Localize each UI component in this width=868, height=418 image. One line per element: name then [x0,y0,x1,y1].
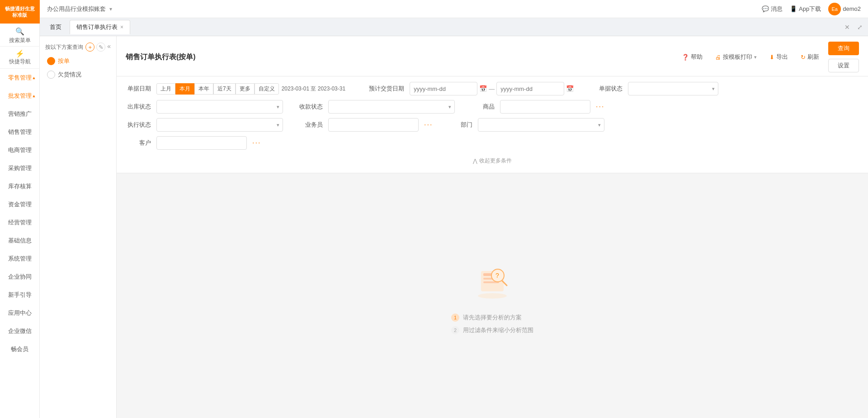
export-btn[interactable]: ⬇ 导出 [766,51,792,63]
exec-status-select[interactable] [156,118,283,132]
refresh-btn[interactable]: ↻ 刷新 [797,51,823,63]
main-content: 销售订单执行表(按单) ❓ 帮助 🖨 按模板打印 ▾ ⬇ 导出 [117,36,868,418]
settings-button[interactable]: 设置 [828,59,859,72]
date-tab-this-year[interactable]: 本年 [194,83,213,95]
sidebar-item-inventory[interactable]: 库存核算 [0,177,40,195]
calendar-icon-start[interactable]: 📅 [479,85,487,92]
bill-status-label: 单据状态 [597,85,623,93]
logo-text: 畅捷通好生意 [5,5,35,12]
left-panel-title: 按以下方案查询 [45,43,83,51]
sidebar-item-label-newguide: 新手引导 [8,291,32,299]
sidebar-item-enterprise[interactable]: 企业协同 [0,268,40,286]
topbar-arrow-icon[interactable]: ▾ [109,6,112,12]
customer-input[interactable] [156,136,247,150]
sidebar-search[interactable]: 🔍 搜索菜单 [0,24,40,47]
date-tab-this-month[interactable]: 本月 [175,83,194,95]
collapse-icon: ⋀ [473,158,477,164]
product-dots[interactable]: ··· [596,103,604,111]
sidebar-item-wholesale[interactable]: 批发管理 [0,87,40,105]
exec-status-wrap: ▾ [156,118,283,132]
app-download-btn[interactable]: 📱 App下载 [790,5,821,13]
print-icon: 🖨 [715,54,721,61]
salesperson-input[interactable] [328,118,419,132]
tip-text-1: 请先选择要分析的方案 [463,314,522,322]
collapse-btn[interactable]: ⋀ 收起更多条件 [126,154,859,167]
sidebar-item-label-purchase: 采购管理 [8,164,32,172]
calendar-icon-end[interactable]: 📅 [566,85,574,92]
window-maximize-btn[interactable]: ⤢ [855,23,864,32]
sidebar-item-sales[interactable]: 销售管理 [0,123,40,141]
empty-tips: 1 请先选择要分析的方案 2 用过滤条件来缩小分析范围 [451,314,533,334]
topbar: 办公用品行业模拟账套 ▾ 💬 消息 📱 App下载 Ea demo2 [40,0,868,18]
svg-text:?: ? [495,272,499,279]
left-panel: 按以下方案查询 + ✎ « 按单 欠货情况 [40,36,117,418]
help-label: 帮助 [691,53,703,61]
sidebar-item-member[interactable]: 畅会员 [0,340,40,358]
lp-item-by-order[interactable]: 按单 [40,54,116,68]
empty-state: ? 1 请先选择要分析的方案 2 用过滤条件来缩小分析范围 [117,173,868,418]
refresh-icon: ↻ [801,54,806,61]
sidebar-item-operations[interactable]: 经营管理 [0,214,40,232]
sidebar-item-appcenter[interactable]: 应用中心 [0,304,40,322]
dept-label: 部门 [447,121,472,129]
action-btns: 查询 设置 [828,42,859,72]
sidebar-item-system[interactable]: 系统管理 [0,250,40,268]
left-panel-actions: + ✎ « [85,43,111,52]
date-start-input[interactable] [410,82,477,95]
tab-sales-order[interactable]: 销售订单执行表 × [70,20,130,34]
sidebar-item-marketing[interactable]: 营销推广 [0,105,40,123]
sidebar-item-purchase[interactable]: 采购管理 [0,159,40,177]
empty-tip-2: 2 用过滤条件来缩小分析范围 [451,326,533,334]
date-tabs: 上月 本月 本年 近7天 更多 自定义 [156,83,279,95]
salesperson-dots[interactable]: ··· [424,121,433,129]
topbar-title: 办公用品行业模拟账套 [47,5,106,13]
left-panel-edit-btn[interactable]: ✎ [96,43,105,52]
delivery-status-select[interactable] [156,100,283,114]
sidebar-item-label-member: 畅会员 [11,345,28,353]
filter-row-3: 执行状态 ▾ 业务员 ··· 部门 [126,118,859,132]
sidebar-item-label-sales: 销售管理 [8,128,32,136]
sidebar-item-label-basics: 基础信息 [8,237,32,245]
customer-label: 客户 [126,139,151,147]
filter-row-4: 客户 ··· [126,136,859,150]
expected-date-label: 预计交货日期 [369,85,404,93]
date-range-text: 2023-03-01 至 2023-03-31 [282,85,345,93]
window-controls: ✕ ⤢ [843,23,864,32]
left-panel-add-btn[interactable]: + [85,43,94,52]
help-btn[interactable]: ❓ 帮助 [678,51,706,63]
sidebar-item-newguide[interactable]: 新手引导 [0,286,40,304]
date-end-input[interactable] [496,82,564,95]
page-title: 销售订单执行表(按单) [126,52,196,62]
query-button[interactable]: 查询 [828,42,859,55]
date-tab-7days[interactable]: 近7天 [213,83,236,95]
payment-status-select[interactable] [328,100,455,114]
lp-item-backorder[interactable]: 欠货情况 [40,68,116,81]
print-btn[interactable]: 🖨 按模板打印 ▾ [712,51,760,63]
sidebar-item-ecommerce[interactable]: 电商管理 [0,141,40,159]
message-label: 消息 [771,5,783,13]
user-menu[interactable]: Ea demo2 [828,3,861,15]
payment-status-label: 收款状态 [297,103,323,111]
sidebar-item-wechat[interactable]: 企业微信 [0,322,40,340]
window-close-btn[interactable]: ✕ [843,23,852,32]
date-tab-more[interactable]: 更多 [236,83,255,95]
sidebar-item-retail[interactable]: 零售管理 [0,69,40,87]
collapse-area: ⋀ 收起更多条件 [126,154,859,167]
quick-nav[interactable]: ⚡ 快捷导航 [0,47,40,69]
date-tab-custom[interactable]: 自定义 [255,83,279,95]
date-tab-last-month[interactable]: 上月 [156,83,175,95]
app-download-label: App下载 [799,5,821,13]
lp-item-dot-backorder [47,71,55,79]
tab-home[interactable]: 首页 [43,20,68,34]
product-input[interactable] [500,100,590,114]
sidebar-item-basics[interactable]: 基础信息 [0,232,40,250]
message-btn[interactable]: 💬 消息 [762,5,783,13]
tab-close-icon[interactable]: × [120,24,123,30]
sidebar-item-label-wechat: 企业微信 [8,327,32,335]
topbar-right: 💬 消息 📱 App下载 Ea demo2 [762,3,861,15]
left-panel-collapse-btn[interactable]: « [107,43,111,52]
bill-status-select[interactable] [628,82,718,95]
sidebar-item-finance[interactable]: 资金管理 [0,195,40,214]
dept-select[interactable] [478,118,604,132]
customer-dots[interactable]: ··· [252,139,261,147]
